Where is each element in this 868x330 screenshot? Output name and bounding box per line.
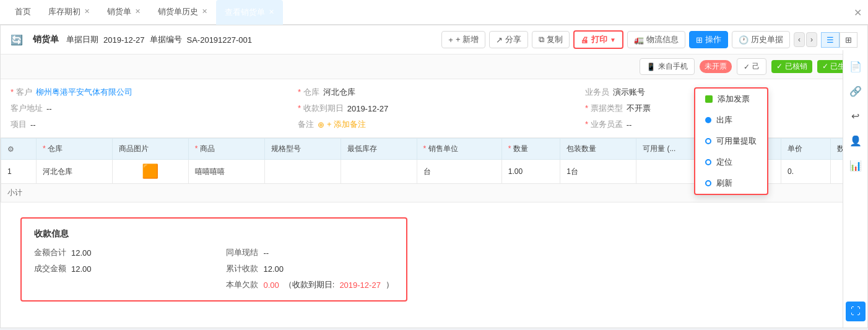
mobile-icon: 📱	[646, 63, 656, 71]
outstanding-value: 0.00	[263, 280, 279, 290]
no-value: SA-20191227-001	[187, 35, 253, 45]
td-product: 嘻嘻嘻嘻	[188, 160, 264, 184]
logistics-button[interactable]: 🚛 物流信息	[627, 31, 685, 48]
cumulative-label: 累计收款	[226, 263, 258, 274]
note-field: 备注 ⊕ + 添加备注	[298, 119, 570, 130]
unopened-badge: 未开票	[700, 60, 732, 73]
due-date-value: 2019-12-27	[347, 104, 389, 113]
warehouse-value: 河北仓库	[323, 87, 355, 98]
confirm-button[interactable]: ✓ 己	[737, 58, 766, 75]
sidebar-link-icon[interactable]: 🔗	[846, 81, 866, 101]
right-sidebar: 📄 🔗 ↩ 👤 📊 ⛶	[843, 50, 867, 328]
history-icon: 🕐	[739, 35, 749, 45]
doc-title: 销货单	[33, 34, 59, 45]
th-warehouse: * 仓库	[37, 139, 113, 160]
outstanding-due-value: 2019-12-27	[339, 280, 381, 290]
view-grid-button[interactable]: ⊞	[840, 32, 857, 48]
sidebar-chart-icon[interactable]: 📊	[846, 155, 866, 175]
customer-value[interactable]: 柳州粤港平安气体有限公司	[36, 87, 132, 98]
td-img: 🟧	[112, 160, 188, 184]
from-mobile-button[interactable]: 📱 来自手机	[640, 58, 695, 75]
share-button[interactable]: ↗ 分享	[489, 31, 528, 48]
tab-sales-close[interactable]: ✕	[135, 7, 141, 15]
td-qty: 1.00	[501, 160, 560, 184]
add-invoice-icon	[705, 95, 713, 103]
print-label: 打印	[591, 34, 607, 45]
add-invoice-item[interactable]: 添加发票	[695, 89, 767, 110]
logistics-icon: 🚛	[634, 35, 644, 45]
tab-history[interactable]: 销货单历史 ✕	[149, 0, 216, 25]
tab-history-close[interactable]: ✕	[202, 7, 207, 15]
share-label: 分享	[505, 34, 521, 45]
ticket-type-value: 不开票	[627, 103, 651, 114]
th-product: * 商品	[188, 139, 264, 160]
outstanding-item: 本单欠款 0.00 （收款到期日: 2019-12-27 ）	[226, 279, 393, 290]
staff2-label: * 业务员孟	[585, 119, 623, 130]
due-date-field: * 收款到期日 2019-12-27	[298, 103, 570, 114]
payment-grid: 金额合计 12.00 同单现结 -- 成交金额 12.00 累计收款 12.00	[34, 247, 394, 290]
doc-header: 🔄 销货单 单据日期 2019-12-27 单据编号 SA-20191227-0…	[1, 25, 867, 54]
tab-home[interactable]: 首页	[6, 0, 40, 25]
view-toggle: ☰ ⊞	[821, 32, 857, 48]
outbound-icon	[705, 117, 711, 123]
nav-prev-button[interactable]: ‹	[794, 32, 805, 47]
amount-value: 12.00	[71, 248, 92, 258]
print-button[interactable]: 🖨 打印 ▼	[573, 30, 623, 49]
th-settings: ⚙	[1, 139, 37, 160]
operations-icon: ⊞	[696, 35, 703, 45]
new-button[interactable]: + + 新增	[441, 31, 485, 48]
th-unit: * 销售单位	[417, 139, 501, 160]
no-label: 单据编号	[150, 34, 182, 45]
deal-amount-item: 成交金额 12.00	[34, 263, 201, 274]
tab-inventory-label: 库存期初	[48, 6, 80, 17]
warehouse-label: * 仓库	[298, 87, 319, 98]
tab-view-sales-close[interactable]: ✕	[269, 8, 274, 16]
available-extract-icon	[705, 138, 711, 144]
date-value: 2019-12-27	[103, 35, 145, 45]
sidebar-user-icon[interactable]: 👤	[846, 131, 866, 150]
doc-icon: 🔄	[11, 34, 23, 46]
outbound-item[interactable]: 出库	[695, 110, 767, 131]
deal-amount-label: 成交金额	[34, 263, 66, 274]
address-value: --	[46, 104, 52, 113]
tab-inventory-close[interactable]: ✕	[84, 7, 90, 15]
copy-label: 复制	[547, 34, 563, 45]
th-qty: * 数量	[501, 139, 560, 160]
th-min-stock: 最低库存	[341, 139, 417, 160]
confirm-label: 己	[752, 61, 760, 72]
tab-view-sales-label: 查看销货单	[225, 7, 265, 18]
tab-inventory[interactable]: 库存期初 ✕	[40, 0, 98, 25]
tab-sales[interactable]: 销货单 ✕	[98, 0, 149, 25]
sidebar-undo-icon[interactable]: ↩	[846, 106, 866, 126]
sidebar-expand-icon[interactable]: ⛶	[846, 302, 866, 321]
outbound-label: 出库	[716, 115, 732, 126]
td-unit: 台	[417, 160, 501, 184]
project-field: 项目 --	[11, 119, 283, 130]
view-list-button[interactable]: ☰	[821, 32, 840, 48]
available-extract-item[interactable]: 可用量提取	[695, 131, 767, 152]
copy-button[interactable]: ⧉ 复制	[532, 31, 570, 48]
address-field: 客户地址 --	[11, 103, 283, 114]
product-image: 🟧	[142, 163, 158, 179]
staff-value: 演示账号	[613, 87, 645, 98]
toolbar-row: 📱 来自手机 未开票 ✓ 己 ✓ 已核销 ✓ 已生效	[1, 54, 867, 79]
refresh-item[interactable]: 刷新	[695, 173, 767, 194]
add-note-icon: ⊕	[318, 120, 324, 129]
print-icon: 🖨	[581, 35, 589, 45]
tab-view-sales[interactable]: 查看销货单 ✕	[216, 0, 283, 25]
settings-icon[interactable]: ⚙	[7, 145, 14, 154]
nav-next-button[interactable]: ›	[806, 32, 817, 47]
add-note-button[interactable]: ⊕ + 添加备注	[318, 119, 366, 130]
window-close-icon[interactable]: ✕	[854, 6, 862, 18]
history-button[interactable]: 🕐 历史单据	[732, 31, 790, 48]
deal-amount-value: 12.00	[71, 264, 92, 274]
locate-item[interactable]: 定位	[695, 152, 767, 173]
operations-button[interactable]: ⊞ 操作	[689, 31, 728, 48]
history-label: 历史单据	[751, 34, 783, 45]
refresh-icon	[705, 180, 711, 186]
settlement-label: 同单现结	[226, 247, 258, 258]
locate-icon	[705, 159, 711, 165]
operations-label: 操作	[705, 34, 721, 45]
td-spec	[264, 160, 341, 184]
sidebar-doc-icon[interactable]: 📄	[846, 56, 866, 76]
